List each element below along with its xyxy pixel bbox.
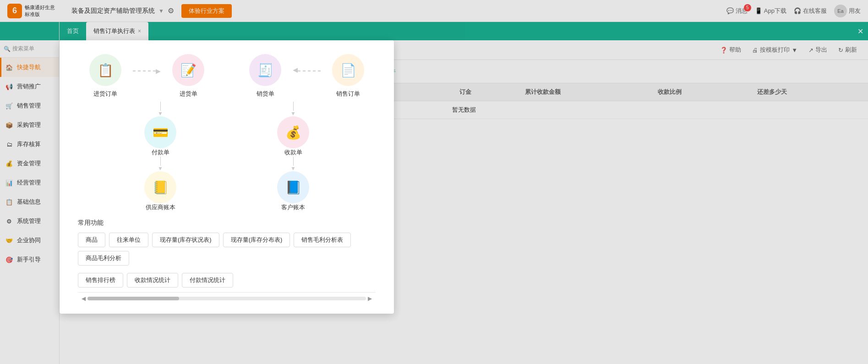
func-btn-7[interactable]: 收款情况统计 — [127, 273, 178, 288]
func-btn-2[interactable]: 现存量(库存状况表) — [152, 233, 219, 247]
common-title: 常用功能 — [78, 219, 376, 227]
scroll-left-btn[interactable]: ◀ — [82, 295, 86, 302]
purchase-order-label: 进货订单 — [93, 90, 117, 98]
func-btn-3[interactable]: 现存量(库存分布表) — [223, 233, 290, 247]
customer-ledger-circle: 📘 — [277, 171, 309, 203]
supplier-ledger-label: 供应商账本 — [146, 203, 175, 212]
arrow-h-2: ▶ — [293, 67, 321, 85]
sales-order-label: 销售订单 — [336, 90, 360, 98]
flow-node-sales-order[interactable]: 📄 销售订单 — [321, 54, 376, 98]
sales-bill-col: ▼ 💰 收款单 — [266, 102, 321, 157]
func-btn-4[interactable]: 销售毛利分析表 — [294, 233, 351, 247]
func-btn-1[interactable]: 往来单位 — [109, 233, 148, 247]
payment-bill-circle: 💳 — [144, 116, 176, 148]
sales-bill-circle: 🧾 — [249, 54, 281, 86]
purchase-order-circle: 📋 — [89, 54, 121, 86]
scroll-right-btn[interactable]: ▶ — [368, 295, 372, 302]
common-functions: 常用功能 商品往来单位现存量(库存状况表)现存量(库存分布表)销售毛利分析表商品… — [78, 219, 376, 288]
customer-ledger-label: 客户账本 — [281, 203, 305, 212]
flow-row-1: 📋 进货订单 ▶ 📝 进货单 🧾 销货单 — [78, 54, 376, 98]
flow-row-3: ▼ 📒 供应商账本 ▼ 📘 客户账本 — [78, 157, 376, 212]
supplier-ledger-col: ▼ 📒 供应商账本 — [133, 157, 188, 212]
scroll-track[interactable] — [87, 297, 366, 300]
modal-overlay: 📋 进货订单 ▶ 📝 进货单 🧾 销货单 — [0, 0, 868, 364]
arrow-h-1: ▶ — [133, 67, 161, 85]
flow-node-purchase-bill[interactable]: 📝 进货单 — [161, 54, 216, 98]
scroll-area: ◀ ▶ — [78, 292, 376, 304]
func-btn-6[interactable]: 销售排行榜 — [78, 273, 123, 288]
receipt-bill-circle: 💰 — [277, 116, 309, 148]
func-buttons: 商品往来单位现存量(库存状况表)现存量(库存分布表)销售毛利分析表商品毛利分析销… — [78, 233, 376, 288]
func-row-1: 商品往来单位现存量(库存状况表)现存量(库存分布表)销售毛利分析表商品毛利分析 — [78, 233, 376, 266]
flow-row-2: ▼ 💳 付款单 ▼ 💰 收款单 — [78, 102, 376, 157]
customer-ledger-col: ▼ 📘 客户账本 — [266, 157, 321, 212]
flow-node-purchase-order[interactable]: 📋 进货订单 — [78, 54, 133, 98]
receipt-bill-label: 收款单 — [284, 148, 302, 157]
flow-node-sales-bill[interactable]: 🧾 销货单 — [238, 54, 293, 98]
func-btn-5[interactable]: 商品毛利分析 — [78, 251, 129, 266]
func-btn-0[interactable]: 商品 — [78, 233, 105, 247]
sales-order-circle: 📄 — [332, 54, 364, 86]
supplier-ledger-circle: 📒 — [144, 171, 176, 203]
purchase-bill-circle: 📝 — [172, 54, 204, 86]
sales-bill-label: 销货单 — [257, 90, 274, 98]
purchase-bill-col: ▼ 💳 付款单 — [133, 102, 188, 157]
scroll-thumb[interactable] — [87, 297, 179, 300]
purchase-bill-label: 进货单 — [180, 90, 197, 98]
modal: 📋 进货订单 ▶ 📝 进货单 🧾 销货单 — [60, 40, 394, 314]
func-btn-8[interactable]: 付款情况统计 — [182, 273, 233, 288]
payment-bill-label: 付款单 — [152, 148, 169, 157]
app-wrapper: 6 畅康通好生意 标准版 装备及固定资产辅助管理系统 ▼ ⚙ 体验行业方案 💬 … — [0, 0, 868, 364]
